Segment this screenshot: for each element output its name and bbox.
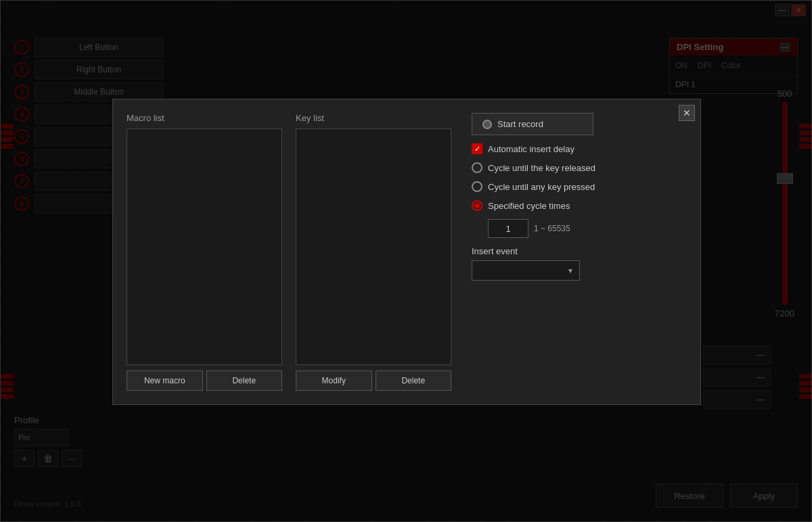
record-dot-icon [482, 120, 492, 129]
cycle-range-label: 1 ~ 65535 [534, 224, 570, 233]
key-delete-button[interactable]: Delete [376, 371, 452, 391]
modal-content: Macro list New macro Delete Key list Mod… [127, 113, 687, 391]
key-list-label: Key list [296, 113, 451, 123]
macro-panel: Macro list New macro Delete [127, 113, 282, 391]
start-record-label: Start record [497, 119, 543, 129]
automatic-insert-delay-checkbox[interactable]: ✓ [472, 143, 482, 154]
app-window: — ✕ 1 Left Button [0, 0, 812, 522]
macro-modal: ✕ Macro list New macro Delete Key list M… [112, 99, 701, 405]
modify-button[interactable]: Modify [296, 371, 372, 391]
specified-cycle-row: Specified cycle times [472, 200, 687, 211]
cycle-until-released-row: Cycle until the key released [472, 162, 687, 173]
key-list-area[interactable] [296, 128, 451, 365]
insert-event-dropdown[interactable]: ▼ [472, 260, 580, 281]
new-macro-button[interactable]: New macro [127, 371, 203, 391]
specified-cycle-label: Specified cycle times [488, 201, 570, 211]
cycle-value-input[interactable] [488, 219, 528, 238]
macro-list-area[interactable] [127, 128, 282, 365]
insert-event-section: Insert event ▼ [472, 246, 687, 281]
cycle-until-released-label: Cycle until the key released [488, 163, 595, 173]
cycle-until-pressed-label: Cycle until any key pressed [488, 182, 595, 192]
modal-close-button[interactable]: ✕ [679, 105, 695, 121]
insert-event-label: Insert event [472, 246, 687, 256]
cycle-until-released-radio[interactable] [472, 162, 482, 173]
cycle-until-pressed-radio[interactable] [472, 181, 482, 192]
macro-delete-button[interactable]: Delete [206, 371, 283, 391]
automatic-insert-delay-label: Automatic insert delay [488, 144, 574, 154]
macro-list-label: Macro list [127, 113, 282, 123]
automatic-insert-delay-row: ✓ Automatic insert delay [472, 143, 687, 154]
cycle-until-pressed-row: Cycle until any key pressed [472, 181, 687, 192]
key-list-buttons: Modify Delete [296, 371, 451, 391]
cycle-input-row: 1 ~ 65535 [472, 219, 687, 238]
start-record-button[interactable]: Start record [472, 113, 593, 135]
key-panel: Key list Modify Delete [296, 113, 451, 391]
options-panel: Start record ✓ Automatic insert delay Cy… [465, 113, 687, 391]
dropdown-arrow-icon: ▼ [567, 267, 574, 275]
specified-cycle-radio[interactable] [472, 200, 482, 211]
macro-list-buttons: New macro Delete [127, 371, 282, 391]
